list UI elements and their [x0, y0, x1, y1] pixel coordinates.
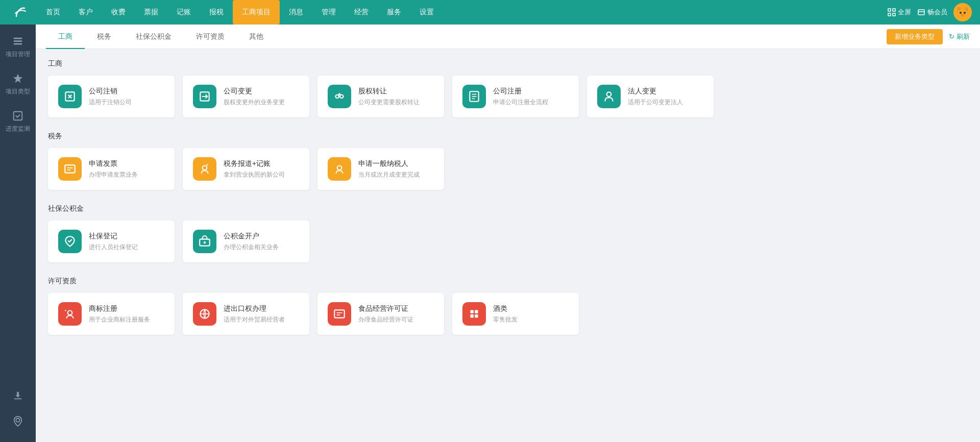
card-info-social-insurance: 社保登记 进行人员社保登记 — [89, 232, 164, 252]
nav-operation[interactable]: 经营 — [345, 0, 378, 24]
top-navigation: 首页 客户 收费 票据 记账 报税 工商项目 消息 管理 经营 服务 设置 全屏… — [0, 0, 980, 24]
fullscreen-button[interactable]: 全屏 — [888, 8, 911, 17]
svg-rect-45 — [334, 310, 345, 317]
card-info-import-export: 进出口权办理 适用于对外贸易经营者 — [224, 304, 299, 324]
svg-rect-15 — [14, 38, 22, 39]
card-icon-equity-transfer — [328, 85, 351, 108]
top-nav-right: 全屏 畅会员 — [888, 3, 972, 21]
card-desc-trademark: 用于企业商标注册服务 — [89, 315, 164, 324]
card-title-social-insurance: 社保登记 — [89, 232, 164, 241]
main-layout: 项目管理 项目类型 进度监测 工商 税务 社保公积金 许可资质 其他 — [0, 24, 980, 442]
sidebar-item-project-manage[interactable]: 项目管理 — [0, 29, 36, 66]
tabs-bar: 工商 税务 社保公积金 许可资质 其他 新增业务类型 ↻ 刷新 — [36, 24, 980, 49]
xuke-cards: 商标注册 用于企业商标注册服务 进出口权办理 适用于对外贸易经营者 — [48, 293, 968, 335]
svg-point-12 — [961, 14, 965, 17]
tab-gongshang[interactable]: 工商 — [46, 24, 85, 49]
nav-bookkeeping[interactable]: 记账 — [167, 0, 200, 24]
sidebar-item-progress-monitor[interactable]: 进度监测 — [0, 103, 36, 140]
nav-manage[interactable]: 管理 — [312, 0, 345, 24]
card-info-legal-change: 法人变更 适用于公司变更法人 — [628, 87, 703, 107]
card-desc-equity-transfer: 公司变更需要股权转让 — [358, 98, 434, 107]
card-tax-report[interactable]: 税务报道+记账 拿到营业执照的新公司 — [183, 148, 309, 190]
tab-xuke[interactable]: 许可资质 — [184, 24, 237, 49]
tab-shebao[interactable]: 社保公积金 — [124, 24, 184, 49]
card-import-export[interactable]: 进出口权办理 适用于对外贸易经营者 — [183, 293, 309, 335]
card-general-taxpayer[interactable]: 申请一般纳税人 当月或次月成变更完成 — [317, 148, 444, 190]
card-info-food-license: 食品经营许可证 办理食品经营许可证 — [358, 304, 434, 324]
svg-rect-16 — [14, 40, 22, 42]
svg-point-10 — [960, 12, 962, 14]
card-alcohol[interactable]: 酒类 零售批发 — [452, 293, 579, 335]
card-company-change[interactable]: 公司变更 股权变更外的业务变更 — [183, 76, 309, 117]
svg-rect-4 — [918, 10, 924, 15]
card-company-register[interactable]: 公司注册 申请公司注册全流程 — [452, 76, 579, 117]
sidebar-label-project-type: 项目类型 — [6, 87, 30, 96]
card-title-company-register: 公司注册 — [493, 87, 569, 96]
nav-settings[interactable]: 设置 — [410, 0, 443, 24]
content-area: 工商 税务 社保公积金 许可资质 其他 新增业务类型 ↻ 刷新 工商 — [36, 24, 980, 442]
card-invoice[interactable]: 申请发票 办理申请发票业务 — [48, 148, 175, 190]
refresh-button[interactable]: ↻ 刷新 — [949, 32, 970, 41]
card-title-alcohol: 酒类 — [493, 304, 569, 313]
svg-rect-48 — [470, 310, 474, 313]
scroll-content[interactable]: 工商 公司注销 适用于注销公司 公司变更 — [36, 49, 980, 442]
nav-tax[interactable]: 报税 — [200, 0, 233, 24]
card-social-insurance[interactable]: 社保登记 进行人员社保登记 — [48, 220, 175, 262]
card-icon-alcohol — [462, 302, 486, 326]
sidebar-item-project-type[interactable]: 项目类型 — [0, 66, 36, 103]
gongshang-cards: 公司注销 适用于注销公司 公司变更 股权变更外的业务变更 — [48, 76, 968, 117]
svg-rect-35 — [65, 165, 75, 173]
card-legal-change[interactable]: 法人变更 适用于公司变更法人 — [587, 76, 714, 117]
card-icon-company-cancel — [58, 85, 82, 108]
card-icon-general-taxpayer — [328, 157, 351, 181]
card-equity-transfer[interactable]: 股权转让 公司变更需要股权转让 — [317, 76, 444, 117]
section-title-shuiwu: 税务 — [48, 132, 968, 141]
card-info-company-register: 公司注册 申请公司注册全流程 — [493, 87, 569, 107]
svg-point-29 — [338, 93, 340, 95]
section-title-shebao: 社保公积金 — [48, 204, 968, 213]
svg-rect-50 — [470, 314, 474, 318]
card-icon-company-change — [193, 85, 216, 108]
member-button[interactable]: 畅会员 — [917, 8, 947, 17]
card-info-tax-report: 税务报道+记账 拿到营业执照的新公司 — [224, 159, 299, 179]
card-provident-fund[interactable]: 公积金开户 办理公积金相关业务 — [183, 220, 309, 262]
svg-rect-2 — [888, 13, 891, 16]
nav-home[interactable]: 首页 — [37, 0, 69, 24]
card-trademark[interactable]: 商标注册 用于企业商标注册服务 — [48, 293, 175, 335]
card-info-invoice: 申请发票 办理申请发票业务 — [89, 159, 164, 179]
card-title-company-cancel: 公司注销 — [89, 87, 164, 96]
svg-point-13 — [958, 7, 961, 10]
section-title-xuke: 许可资质 — [48, 277, 968, 286]
svg-point-26 — [335, 95, 339, 99]
card-info-provident-fund: 公积金开户 办理公积金相关业务 — [224, 232, 299, 252]
svg-point-34 — [607, 92, 611, 96]
card-info-alcohol: 酒类 零售批发 — [493, 304, 569, 324]
nav-ticket[interactable]: 票据 — [135, 0, 167, 24]
card-desc-import-export: 适用于对外贸易经营者 — [224, 315, 299, 324]
tab-shuiwu[interactable]: 税务 — [85, 24, 124, 49]
sidebar-download[interactable] — [0, 383, 36, 408]
nav-service[interactable]: 服务 — [378, 0, 410, 24]
card-desc-company-register: 申请公司注册全流程 — [493, 98, 569, 107]
avatar[interactable] — [953, 3, 972, 21]
svg-rect-0 — [888, 9, 891, 11]
card-title-tax-report: 税务报道+记账 — [224, 159, 299, 168]
svg-point-42 — [68, 311, 72, 315]
sidebar-location[interactable] — [0, 408, 36, 434]
nav-message[interactable]: 消息 — [280, 0, 312, 24]
card-company-cancel[interactable]: 公司注销 适用于注销公司 — [48, 76, 175, 117]
sidebar-label-progress-monitor: 进度监测 — [6, 125, 30, 133]
nav-fee[interactable]: 收费 — [102, 0, 135, 24]
card-food-license[interactable]: 食品经营许可证 办理食品经营许可证 — [317, 293, 444, 335]
card-title-company-change: 公司变更 — [224, 87, 299, 96]
shebao-cards: 社保登记 进行人员社保登记 公积金开户 办理公积金相关业务 — [48, 220, 968, 262]
svg-rect-19 — [14, 112, 22, 120]
card-title-equity-transfer: 股权转让 — [358, 87, 434, 96]
tab-other[interactable]: 其他 — [237, 24, 276, 49]
member-label: 畅会员 — [927, 8, 947, 17]
card-desc-provident-fund: 办理公积金相关业务 — [224, 243, 299, 252]
nav-customer[interactable]: 客户 — [69, 0, 102, 24]
nav-bizproject[interactable]: 工商项目 — [233, 0, 280, 24]
svg-point-39 — [337, 166, 342, 170]
new-type-button[interactable]: 新增业务类型 — [887, 29, 943, 44]
